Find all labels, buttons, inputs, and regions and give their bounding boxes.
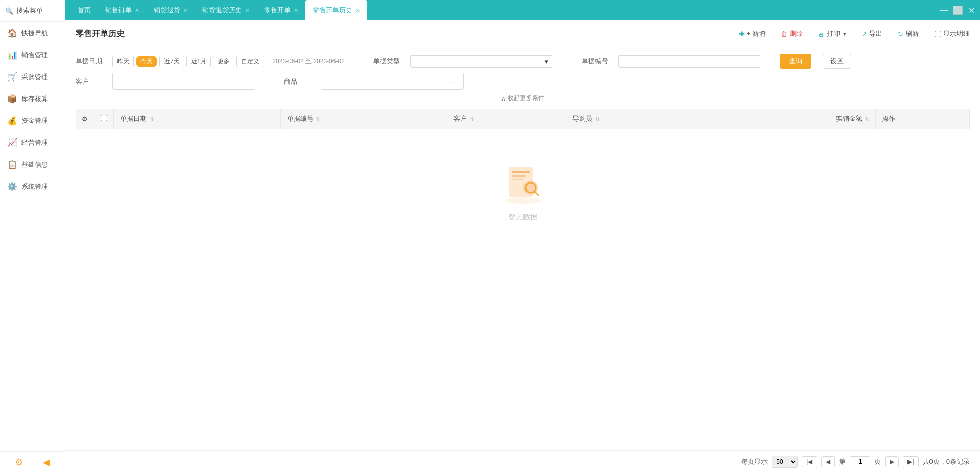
tab-retail-open-close[interactable]: ✕ [294,7,298,14]
sys-icon: ⚙️ [7,182,17,191]
tab-sales-order-close[interactable]: ✕ [135,7,139,14]
delete-button[interactable]: 🗑 删除 [776,27,808,41]
th-check[interactable] [94,109,114,129]
tab-retail-open-label: 零售开单 [264,6,291,15]
toolbar: ✚ + 新增 🗑 删除 🖨 打印 ↗ 导出 ↻ 刷新 [734,27,970,41]
first-page-btn[interactable]: |◀ [802,456,817,467]
sidebar-item-purchase-mgmt[interactable]: 🛒 采购管理 [0,66,65,88]
tab-sales-return-history-close[interactable]: ✕ [245,7,250,14]
sidebar-item-sales-mgmt[interactable]: 📊 销售管理 [0,44,65,66]
sidebar-item-label: 基础信息 [21,160,48,169]
home-icon: 🏠 [7,28,17,38]
sidebar-item-inventory[interactable]: 📦 库存核算 [0,88,65,110]
custom-date-btn[interactable]: 自定义 [236,56,264,67]
th-amount[interactable]: 实销金额 ⇅ [709,109,876,129]
page-header: 零售开单历史 ✚ + 新增 🗑 删除 🖨 打印 ↗ 导出 [65,20,980,47]
display-detail-check[interactable]: 显示明细 [935,29,970,38]
th-settings[interactable]: ⚙ [76,109,94,129]
operations-icon: 📈 [7,138,17,147]
date-label: 单据日期 [76,57,104,66]
sidebar-item-operations[interactable]: 📈 经营管理 [0,132,65,154]
svg-rect-3 [512,175,526,177]
maximize-icon[interactable]: ⬜ [953,6,963,15]
page-label: 第 [839,457,846,466]
last-page-btn[interactable]: ▶| [903,456,918,467]
minus-icon[interactable]: — [940,6,948,15]
display-detail-checkbox[interactable] [935,31,941,37]
tab-home[interactable]: 首页 [70,0,98,20]
query-button[interactable]: 查询 [780,54,811,69]
export-button[interactable]: ↗ 导出 [856,27,888,41]
doc-no-label: 单据编号 [582,57,610,66]
tab-retail-open-history-label: 零售开单历史 [313,6,352,15]
svg-rect-2 [512,171,530,173]
more-date-btn[interactable]: 更多 [213,56,234,67]
sidebar-item-finance[interactable]: 💰 资金管理 [0,110,65,132]
page-input[interactable] [850,456,870,467]
today-btn[interactable]: 今天 [136,56,157,67]
settings-icon[interactable]: ⚙ [15,457,23,468]
per-page-label: 每页显示 [741,457,768,466]
refresh-icon: ↻ [898,30,903,38]
main-area: 首页 销售订单 ✕ 销货退货 ✕ 销货退货历史 ✕ 零售开单 ✕ 零售开单历史 … [65,0,980,473]
tab-retail-open-history[interactable]: 零售开单历史 ✕ [305,0,367,20]
search-menu-btn[interactable]: 🔍 搜索菜单 [0,0,65,22]
sidebar-item-label: 快捷导航 [21,29,48,38]
empty-state: 暂无数据 [76,129,970,253]
refresh-button[interactable]: ↻ 刷新 [893,27,924,41]
goods-field[interactable] [325,78,445,85]
per-page-select[interactable]: 50 100 200 [772,456,798,468]
th-guide[interactable]: 导购员 ⇅ [566,109,709,129]
filter-row-2: 客户 ··· 商品 ··· [76,73,970,90]
sidebar-item-label: 库存核算 [21,94,48,104]
customer-input[interactable]: ··· [112,73,255,90]
select-all-checkbox[interactable] [101,115,107,121]
th-date[interactable]: 单据日期 ⇅ [114,109,281,129]
filter-date-btns: 昨天 今天 近7天 近1月 更多 自定义 [112,56,264,67]
doc-type-select[interactable]: ▾ [410,55,553,68]
th-no[interactable]: 单据编号 ⇅ [280,109,447,129]
customer-ellipsis-icon[interactable]: ··· [237,76,251,87]
tab-sales-return-history[interactable]: 销货退货历史 ✕ [195,0,257,20]
next-page-btn[interactable]: ▶ [885,456,899,467]
sidebar-item-label: 系统管理 [21,182,48,191]
sidebar-menu: 🏠 快捷导航 📊 销售管理 🛒 采购管理 📦 库存核算 💰 资金管理 📈 经营管… [0,22,65,451]
print-button[interactable]: 🖨 打印 [813,27,851,41]
collapse-sidebar-icon[interactable]: ◀ [43,457,50,468]
week-btn[interactable]: 近7天 [159,56,184,67]
filter-row-1: 单据日期 昨天 今天 近7天 近1月 更多 自定义 2023-06-02 至 2… [76,54,970,69]
sort-no-icon: ⇅ [316,116,320,122]
collapse-btn[interactable]: ∧ 收起更多条件 [76,94,970,103]
tab-sales-return-close[interactable]: ✕ [183,7,188,14]
yesterday-btn[interactable]: 昨天 [112,56,134,67]
sidebar-item-quick-nav[interactable]: 🏠 快捷导航 [0,22,65,44]
prev-page-btn[interactable]: ◀ [821,456,835,467]
display-detail-label: 显示明细 [943,29,970,38]
close-window-icon[interactable]: ✕ [968,6,975,15]
tab-sales-order[interactable]: 销售订单 ✕ [98,0,147,20]
chevron-down-icon: ▾ [545,58,548,65]
export-label: 导出 [869,29,882,38]
goods-ellipsis-icon[interactable]: ··· [445,76,459,87]
tab-home-label: 首页 [78,6,91,15]
th-customer[interactable]: 客户 ⇅ [447,109,566,129]
add-button[interactable]: ✚ + 新增 [734,27,771,41]
tab-retail-open-history-close[interactable]: ✕ [355,7,360,14]
sidebar-item-base-info[interactable]: 📋 基础信息 [0,154,65,176]
toolbar-divider [929,29,929,38]
sidebar-item-sys-mgmt[interactable]: ⚙️ 系统管理 [0,176,65,197]
tab-retail-open[interactable]: 零售开单 ✕ [257,0,305,20]
tab-sales-order-label: 销售订单 [105,6,132,15]
base-info-icon: 📋 [7,160,17,169]
goods-input[interactable]: ··· [321,73,464,90]
customer-label: 客户 [76,77,104,86]
month-btn[interactable]: 近1月 [186,56,211,67]
sidebar-item-label: 经营管理 [21,138,48,147]
customer-field[interactable] [117,78,237,85]
filter-area: 单据日期 昨天 今天 近7天 近1月 更多 自定义 2023-06-02 至 2… [65,47,980,109]
settings-button[interactable]: 设置 [823,54,851,69]
finance-icon: 💰 [7,116,17,126]
tab-sales-return[interactable]: 销货退货 ✕ [147,0,195,20]
doc-no-input[interactable] [618,55,761,68]
add-label: + 新增 [747,29,766,38]
